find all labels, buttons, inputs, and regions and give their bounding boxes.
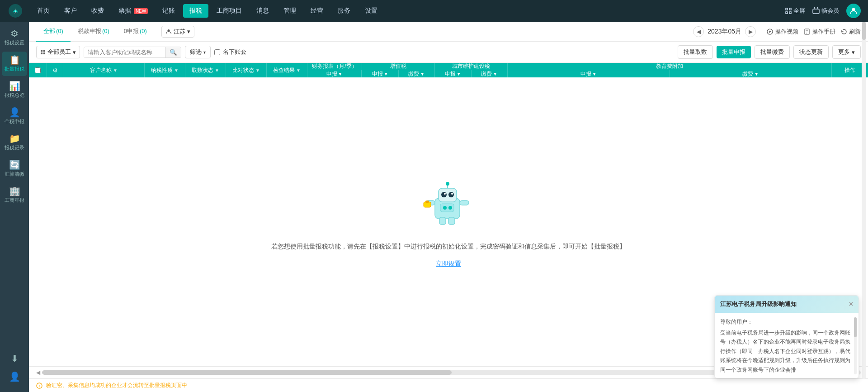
batch-pay-button[interactable]: 批量缴费 — [755, 45, 790, 59]
th-edu-declare: 申报 ▼ — [508, 70, 670, 77]
region-chevron-icon: ▾ — [187, 28, 190, 35]
nav-operation[interactable]: 经营 — [304, 4, 330, 18]
sidebar-download[interactable]: ⬇ — [2, 350, 27, 367]
th-fetch-status: 取数状态 ▼ — [185, 63, 226, 77]
accounts-checkbox[interactable] — [214, 49, 220, 55]
status-update-button[interactable]: 状态更新 — [793, 45, 829, 59]
next-month-button[interactable]: ▶ — [745, 26, 756, 37]
nav-invoice[interactable]: 票据 NEW — [112, 4, 154, 18]
nav-business[interactable]: 工商项目 — [210, 4, 248, 18]
th-city-pay-filter-icon[interactable]: ▼ — [493, 72, 497, 76]
th-city-group: 城市维护建设税 申报 ▼ 缴费 ▼ — [435, 63, 508, 77]
filter-button[interactable]: 筛选 ▾ — [185, 46, 211, 58]
refresh-button[interactable]: 刷新 — [841, 28, 861, 36]
tab-all[interactable]: 全部 (0) — [36, 22, 71, 42]
th-checkbox-cell — [29, 63, 47, 77]
notification-close-button[interactable]: × — [849, 301, 853, 308]
th-compare-filter-icon[interactable]: ▼ — [255, 68, 260, 73]
nav-billing[interactable]: 收费 — [85, 4, 110, 18]
tab-tax-declare[interactable]: 税款申报 (0) — [71, 22, 117, 42]
th-check-filter-icon[interactable]: ▼ — [296, 68, 301, 73]
th-city-declare-filter-icon[interactable]: ▼ — [457, 72, 461, 76]
svg-point-23 — [451, 193, 453, 195]
th-vat-declare: 申报 ▼ — [362, 70, 399, 77]
nav-tax[interactable]: 报税 — [183, 4, 208, 18]
user-avatar[interactable] — [846, 4, 861, 18]
app-logo[interactable] — [7, 3, 24, 19]
nav-home[interactable]: 首页 — [31, 4, 56, 18]
th-edu-pay: 缴费 ▼ — [670, 70, 832, 77]
th-vat-pay: 缴费 ▼ — [399, 70, 435, 77]
notification-scrollbar[interactable] — [854, 317, 857, 374]
refresh-icon — [841, 29, 847, 35]
th-city-pay: 缴费 ▼ — [472, 70, 508, 77]
sidebar-item-personal-tax[interactable]: 👤 个税申报 — [2, 104, 27, 129]
region-selector[interactable]: 江苏 ▾ — [161, 26, 194, 38]
sidebar-item-annual-report[interactable]: 🏢 工商年报 — [2, 183, 27, 207]
svg-rect-17 — [43, 53, 45, 54]
batch-fetch-button[interactable]: 批量取数 — [678, 45, 713, 59]
sidebar-item-tax-settings[interactable]: ⚙ 报税设置 — [2, 25, 27, 50]
employee-icon — [40, 49, 46, 55]
nav-accounting[interactable]: 记账 — [156, 4, 181, 18]
th-edu-group: 教育费附加 申报 ▼ 缴费 ▼ — [508, 63, 832, 77]
svg-rect-29 — [425, 201, 429, 203]
toolbar-right-actions: 批量取数 批量申报 批量缴费 状态更新 更多 ▾ — [678, 45, 861, 59]
nav-message[interactable]: 消息 — [250, 4, 275, 18]
nav-settings[interactable]: 设置 — [359, 4, 384, 18]
search-button[interactable]: 🔍 — [165, 47, 181, 57]
sidebar-bottom: ⬇ 👤 — [2, 350, 27, 392]
table-header: ⚙ 客户名称 ▼ 纳税性质 ▼ 取数状态 ▼ 比对状态 — [29, 63, 868, 77]
column-settings-icon[interactable]: ⚙ — [52, 67, 58, 74]
th-finance-group: 财务报表（月/季） 申报 ▼ — [307, 63, 362, 77]
search-box: 🔍 — [84, 47, 181, 58]
th-fetch-filter-icon[interactable]: ▼ — [215, 68, 219, 73]
th-edu-pay-filter-icon[interactable]: ▼ — [754, 72, 759, 76]
notification-body: 尊敬的用户： 受当前电子税务局进一步升级的影响，同一个政务网账号（办税人）名下的… — [715, 313, 859, 378]
sidebar-item-tax-overview[interactable]: 📊 报税总览 — [2, 78, 27, 102]
select-all-checkbox[interactable] — [35, 67, 41, 73]
batch-declare-button[interactable]: 批量申报 — [717, 46, 751, 58]
member-button[interactable]: 畅会员 — [812, 7, 839, 15]
fullscreen-button[interactable]: 全屏 — [785, 7, 805, 15]
tax-settings-icon: ⚙ — [10, 29, 19, 38]
th-name-filter-icon[interactable]: ▼ — [113, 68, 118, 73]
svg-rect-27 — [460, 201, 469, 205]
svg-point-22 — [444, 193, 446, 195]
setup-link[interactable]: 立即设置 — [436, 260, 461, 268]
bottom-warning-bar: ! 验证密、采集信息均成功的企业才会流转至批量报税页面中 — [29, 378, 868, 392]
accounts-checkbox-label[interactable]: 名下账套 — [214, 48, 246, 56]
svg-rect-15 — [43, 50, 45, 52]
th-gear-cell: ⚙ — [47, 63, 63, 77]
search-input[interactable] — [84, 47, 165, 57]
sidebar-item-tax-records[interactable]: 📁 报税记录 — [2, 130, 27, 155]
empty-robot-illustration — [421, 176, 476, 230]
nav-management[interactable]: 管理 — [277, 4, 302, 18]
more-button[interactable]: 更多 ▾ — [832, 45, 861, 59]
tab-zero-declare[interactable]: 0申报 (0) — [117, 22, 154, 42]
th-edu-declare-filter-icon[interactable]: ▼ — [592, 72, 597, 76]
nav-customer[interactable]: 客户 — [58, 4, 83, 18]
th-vat-declare-filter-icon[interactable]: ▼ — [384, 72, 388, 76]
notification-scroll-thumb — [854, 317, 857, 337]
th-tax-type-filter-icon[interactable]: ▼ — [174, 68, 179, 73]
main-vertical-scrollbar[interactable] — [862, 22, 866, 379]
employee-selector[interactable]: 全部员工 ▾ — [36, 46, 80, 58]
sidebar-item-batch-tax[interactable]: 📋 批量报税 — [2, 52, 27, 76]
scroll-left-button[interactable]: ◀ — [36, 369, 40, 376]
th-vat-pay-filter-icon[interactable]: ▼ — [420, 72, 425, 76]
svg-point-25 — [446, 182, 449, 186]
month-navigation: ◀ 2023年05月 ▶ — [693, 26, 756, 37]
sidebar-item-settlement[interactable]: 🔄 汇算清缴 — [2, 157, 27, 181]
invoice-badge: NEW — [134, 8, 148, 14]
video-link[interactable]: 操作视频 — [767, 28, 798, 36]
th-finance-declare-filter-icon[interactable]: ▼ — [338, 72, 343, 76]
nav-service[interactable]: 服务 — [331, 4, 357, 18]
prev-month-button[interactable]: ◀ — [693, 26, 704, 37]
annual-report-icon: 🏢 — [9, 186, 20, 196]
th-vat-group: 增值税 申报 ▼ 缴费 ▼ — [362, 63, 435, 77]
manual-link[interactable]: 操作手册 — [804, 28, 835, 36]
svg-text:!: ! — [39, 384, 40, 388]
sidebar-user[interactable]: 👤 — [2, 368, 27, 385]
empty-message: 若您想使用批量报税功能，请先在【报税设置】中进行报税的初始化设置，完成密码验证和… — [271, 241, 626, 252]
